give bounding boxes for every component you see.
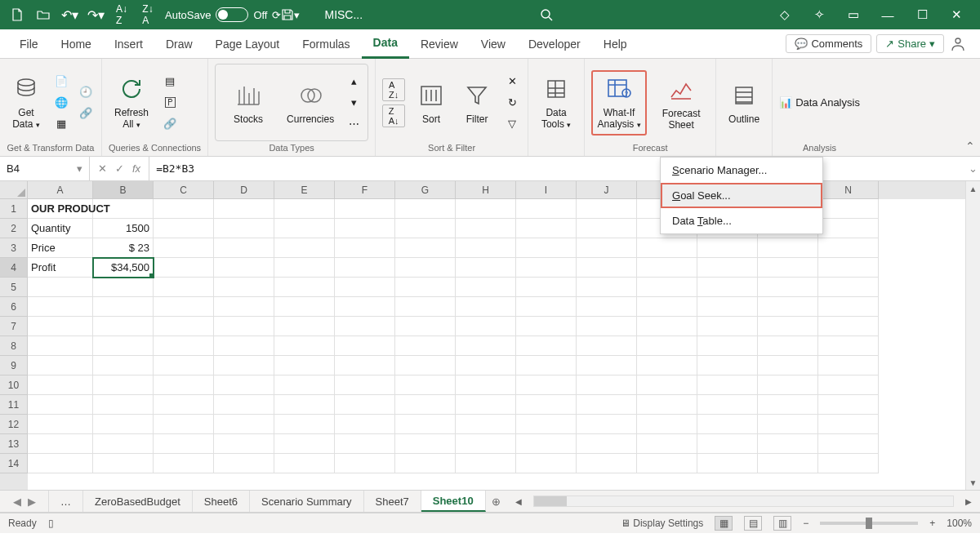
cell-A10[interactable] bbox=[28, 375, 93, 395]
name-box[interactable]: B4 ▾ bbox=[0, 157, 90, 180]
cell-H5[interactable] bbox=[456, 278, 516, 297]
undo-icon[interactable]: ↶▾ bbox=[59, 4, 80, 25]
cell-A1[interactable]: OUR PRODUCT bbox=[28, 199, 93, 219]
cell-F5[interactable] bbox=[335, 278, 395, 297]
gallery-down-icon[interactable]: ▾ bbox=[345, 94, 363, 112]
cell-A5[interactable] bbox=[28, 278, 93, 297]
cell-I11[interactable] bbox=[516, 395, 577, 415]
cells-area[interactable]: OUR PRODUCTQuantity1500Price$ 23Profit$3… bbox=[28, 199, 965, 473]
data-tools-button[interactable]: DataTools ▾ bbox=[535, 70, 577, 136]
zoom-slider[interactable] bbox=[820, 522, 918, 525]
edit-links-icon[interactable]: 🔗 bbox=[161, 115, 179, 133]
maximize-button[interactable]: ☐ bbox=[905, 0, 939, 29]
cell-N7[interactable] bbox=[818, 317, 879, 336]
cell-F12[interactable] bbox=[335, 415, 395, 434]
fx-icon[interactable]: fx bbox=[132, 162, 140, 175]
cell-F3[interactable] bbox=[335, 238, 395, 258]
cell-L5[interactable] bbox=[697, 278, 758, 297]
cell-H10[interactable] bbox=[456, 375, 516, 395]
cell-J9[interactable] bbox=[577, 356, 637, 375]
menu-data-table[interactable]: Data Table... bbox=[661, 208, 822, 233]
currencies-button[interactable]: Currencies bbox=[283, 70, 338, 136]
tab-home[interactable]: Home bbox=[50, 29, 103, 59]
cell-E1[interactable] bbox=[274, 199, 335, 219]
macro-record-icon[interactable]: ▯ bbox=[48, 518, 54, 529]
row-header-7[interactable]: 7 bbox=[0, 317, 28, 336]
cell-L6[interactable] bbox=[697, 297, 758, 317]
cell-N4[interactable] bbox=[818, 258, 879, 278]
cell-L14[interactable] bbox=[697, 454, 758, 473]
cell-J10[interactable] bbox=[577, 375, 637, 395]
row-header-1[interactable]: 1 bbox=[0, 199, 28, 219]
refresh-all-button[interactable]: RefreshAll ▾ bbox=[109, 70, 154, 136]
cell-D9[interactable] bbox=[214, 356, 274, 375]
cell-M11[interactable] bbox=[758, 395, 818, 415]
cell-A13[interactable] bbox=[28, 434, 93, 454]
sheet-more[interactable]: … bbox=[49, 491, 83, 512]
cell-J14[interactable] bbox=[577, 454, 637, 473]
cell-E12[interactable] bbox=[274, 415, 335, 434]
cell-B14[interactable] bbox=[93, 454, 154, 473]
cell-D8[interactable] bbox=[214, 336, 274, 356]
cell-A8[interactable] bbox=[28, 336, 93, 356]
sort-desc-icon[interactable]: Z↓A bbox=[137, 4, 158, 25]
row-header-6[interactable]: 6 bbox=[0, 297, 28, 317]
sync-icon[interactable]: ⟳ bbox=[272, 9, 281, 21]
cell-G13[interactable] bbox=[395, 434, 456, 454]
cell-G12[interactable] bbox=[395, 415, 456, 434]
cell-E13[interactable] bbox=[274, 434, 335, 454]
cell-K5[interactable] bbox=[637, 278, 697, 297]
get-data-button[interactable]: GetData ▾ bbox=[7, 70, 46, 136]
cell-E2[interactable] bbox=[274, 219, 335, 238]
cell-D7[interactable] bbox=[214, 317, 274, 336]
tab-help[interactable]: Help bbox=[592, 29, 639, 59]
cell-B8[interactable] bbox=[93, 336, 154, 356]
row-header-12[interactable]: 12 bbox=[0, 415, 28, 434]
row-header-14[interactable]: 14 bbox=[0, 454, 28, 473]
cell-B4[interactable]: $34,500 bbox=[93, 258, 154, 278]
cell-I2[interactable] bbox=[516, 219, 577, 238]
cell-C10[interactable] bbox=[154, 375, 214, 395]
display-settings-button[interactable]: 🖥 Display Settings bbox=[621, 518, 703, 529]
cell-L8[interactable] bbox=[697, 336, 758, 356]
sort-button[interactable]: Sort bbox=[412, 70, 451, 136]
clear-filter-icon[interactable]: ✕ bbox=[503, 73, 521, 91]
open-file-icon[interactable] bbox=[33, 4, 54, 25]
cell-G11[interactable] bbox=[395, 395, 456, 415]
sheet-nav[interactable]: ◀▶ bbox=[0, 491, 49, 512]
row-header-4[interactable]: 4 bbox=[0, 258, 28, 278]
cell-G1[interactable] bbox=[395, 199, 456, 219]
cell-J11[interactable] bbox=[577, 395, 637, 415]
cell-J13[interactable] bbox=[577, 434, 637, 454]
tab-draw[interactable]: Draw bbox=[154, 29, 204, 59]
cell-K13[interactable] bbox=[637, 434, 697, 454]
chevron-down-icon[interactable]: ▾ bbox=[77, 162, 82, 175]
cell-C13[interactable] bbox=[154, 434, 214, 454]
cell-H11[interactable] bbox=[456, 395, 516, 415]
cell-E5[interactable] bbox=[274, 278, 335, 297]
cell-J12[interactable] bbox=[577, 415, 637, 434]
cell-C12[interactable] bbox=[154, 415, 214, 434]
account-icon[interactable] bbox=[944, 32, 972, 56]
stocks-button[interactable]: Stocks bbox=[220, 70, 276, 136]
cell-A9[interactable] bbox=[28, 356, 93, 375]
formula-input[interactable]: =B2*B3 bbox=[149, 162, 965, 175]
cell-F14[interactable] bbox=[335, 454, 395, 473]
cell-M12[interactable] bbox=[758, 415, 818, 434]
outline-button[interactable]: Outline bbox=[723, 70, 765, 136]
comments-button[interactable]: 💬Comments bbox=[786, 34, 871, 53]
cell-H9[interactable] bbox=[456, 356, 516, 375]
from-table-icon[interactable]: ▦ bbox=[52, 115, 70, 133]
row-header-11[interactable]: 11 bbox=[0, 395, 28, 415]
col-header-N[interactable]: N bbox=[818, 181, 879, 199]
cell-N6[interactable] bbox=[818, 297, 879, 317]
tab-insert[interactable]: Insert bbox=[103, 29, 154, 59]
cell-F4[interactable] bbox=[335, 258, 395, 278]
cell-K4[interactable] bbox=[637, 258, 697, 278]
tab-file[interactable]: File bbox=[8, 29, 50, 59]
forecast-sheet-button[interactable]: ForecastSheet bbox=[653, 70, 709, 136]
col-header-F[interactable]: F bbox=[335, 181, 395, 199]
cell-I7[interactable] bbox=[516, 317, 577, 336]
cell-K14[interactable] bbox=[637, 454, 697, 473]
ribbon-mode-icon[interactable]: ▭ bbox=[836, 0, 871, 29]
